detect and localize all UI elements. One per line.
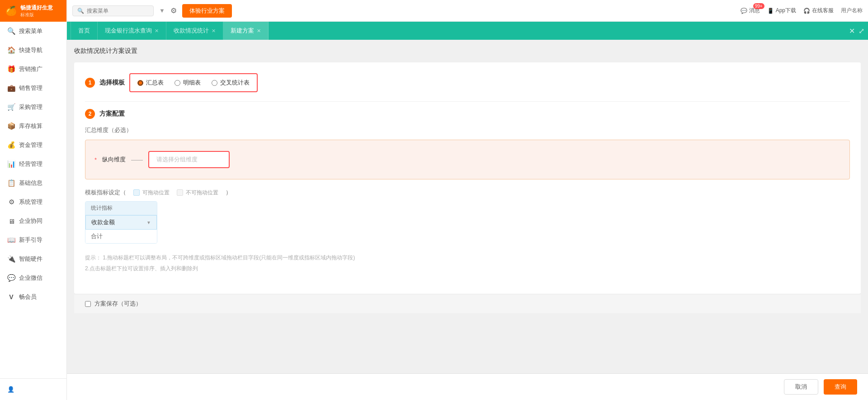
support-label: 在线客服 — [812, 7, 834, 14]
radio-cross[interactable]: 交叉统计表 — [212, 79, 250, 87]
step2-title: 方案配置 — [99, 110, 125, 118]
dimension-row: * 纵向维度 —— 请选择分组维度 — [94, 151, 840, 168]
step1-title: 选择模板 — [99, 79, 125, 87]
close-window-icon[interactable]: ✕ — [849, 27, 855, 35]
doc-icon: 📋 — [7, 179, 15, 187]
tab-bank-flow-close-icon[interactable]: ✕ — [155, 28, 159, 34]
sidebar-item-marketing[interactable]: 🎁 营销推广 — [0, 60, 66, 79]
sidebar-item-quick-nav[interactable]: 🏠 快捷导航 — [0, 41, 66, 60]
tips-area: 提示： 1.拖动标题栏可以调整布局，不可跨维度或指标区域拖动栏目字段(只能在同一… — [85, 252, 850, 274]
search-box[interactable]: 🔍 — [72, 5, 154, 16]
dimension-placeholder: 请选择分组维度 — [156, 156, 198, 163]
indicator-tag-amount[interactable]: 收款金额 ▼ — [85, 215, 157, 230]
search-input[interactable] — [87, 8, 141, 14]
step2-header: 2 方案配置 — [85, 109, 850, 119]
avatar-icon: 👤 — [7, 386, 14, 393]
cart-icon: 🛒 — [7, 103, 15, 111]
radio-detail[interactable]: 明细表 — [175, 79, 201, 87]
message-icon: 💬 — [741, 8, 747, 14]
message-badge: 99+ — [753, 3, 764, 9]
tab-new-plan[interactable]: 新建方案 ✕ — [223, 22, 269, 40]
indicator-label: 模板指标设定（ 可拖动位置 不可拖动位置 ） — [85, 188, 850, 197]
main-card: 1 选择模板 汇总表 明细表 交叉统计表 — [74, 62, 861, 294]
sidebar-item-system[interactable]: ⚙ 系统管理 — [0, 193, 66, 212]
tab-bank-flow[interactable]: 现金银行流水查询 ✕ — [98, 22, 166, 40]
tab-receipts-stat[interactable]: 收款情况统计 ✕ — [166, 22, 223, 40]
template-selector: 汇总表 明细表 交叉统计表 — [129, 73, 258, 92]
step1-header: 1 选择模板 汇总表 明细表 交叉统计表 — [85, 73, 850, 92]
sidebar-item-label: 搜索菜单 — [19, 27, 42, 35]
search-menu-icon: 🔍 — [7, 27, 15, 35]
tab-bank-flow-label: 现金银行流水查询 — [105, 27, 152, 35]
sidebar-item-corp-collab[interactable]: 🖥 企业协同 — [0, 212, 66, 231]
support-button[interactable]: 🎧 在线客服 — [803, 7, 834, 14]
sidebar-avatar-left[interactable]: 👤 — [0, 382, 66, 396]
download-label: App下载 — [776, 7, 796, 14]
sidebar-item-basic-info[interactable]: 📋 基础信息 — [0, 174, 66, 193]
message-button[interactable]: 💬 消息 99+ — [741, 7, 760, 14]
save-plan-checkbox[interactable] — [85, 301, 91, 307]
required-mark: * — [94, 156, 97, 163]
action-bar: 取消 查询 — [67, 373, 868, 400]
logo-text: 畅捷通好生意 — [20, 4, 53, 12]
indicator-row-total: 合计 — [85, 230, 157, 243]
plan-config: 汇总维度（必选） * 纵向维度 —— 请选择分组维度 — [85, 126, 850, 274]
tab-new-plan-close-icon[interactable]: ✕ — [257, 28, 261, 34]
trial-button[interactable]: 体验行业方案 — [182, 4, 232, 18]
box-icon: 📦 — [7, 122, 15, 130]
chevron-down-icon: ▼ — [146, 220, 151, 225]
app-download-button[interactable]: 📱 App下载 — [767, 7, 796, 14]
headset-icon: 🎧 — [803, 8, 810, 14]
radio-summary-input[interactable] — [137, 80, 143, 86]
dropdown-arrow-icon[interactable]: ▼ — [159, 7, 165, 14]
legend-draggable: 可拖动位置 — [133, 189, 170, 197]
cancel-button[interactable]: 取消 — [784, 379, 818, 395]
finance-icon: 💰 — [7, 141, 15, 149]
sidebar-item-search-menu[interactable]: 🔍 搜索菜单 — [0, 22, 66, 41]
settings-icon[interactable]: ⚙ — [170, 6, 177, 15]
query-button[interactable]: 查询 — [824, 379, 857, 395]
sidebar-item-sales[interactable]: 💼 销售管理 — [0, 79, 66, 98]
sidebar-bottom: 👤 — [0, 378, 66, 400]
search-icon: 🔍 — [77, 8, 84, 14]
tabbar-window-controls: ✕ ⤢ — [849, 27, 864, 35]
sidebar-item-label: 资金管理 — [19, 141, 42, 149]
monitor-icon: 🖥 — [7, 217, 15, 225]
page-title: 收款情况统计方案设置 — [74, 47, 861, 55]
step2-number: 2 — [85, 109, 95, 119]
radio-cross-label: 交叉统计表 — [220, 79, 250, 87]
radio-summary[interactable]: 汇总表 — [137, 79, 164, 87]
main-area: 🔍 ▼ ⚙ 体验行业方案 💬 消息 99+ 📱 App下载 🎧 在线客服 用户名… — [67, 0, 868, 400]
sidebar-item-finance[interactable]: 💰 资金管理 — [0, 136, 66, 155]
member-icon: V — [7, 293, 15, 301]
sidebar-item-smart-hw[interactable]: 🔌 智能硬件 — [0, 249, 66, 268]
sidebar-item-member[interactable]: V 畅会员 — [0, 287, 66, 306]
radio-detail-input[interactable] — [175, 80, 180, 86]
indicator-table-header: 统计指标 — [85, 202, 157, 215]
sidebar-item-purchase[interactable]: 🛒 采购管理 — [0, 98, 66, 117]
not-draggable-dot — [177, 189, 183, 196]
tab-home[interactable]: 首页 — [71, 22, 98, 40]
sidebar-item-label: 采购管理 — [19, 103, 42, 111]
dimension-title: 汇总维度（必选） — [85, 126, 850, 134]
radio-cross-input[interactable] — [212, 80, 217, 86]
tab-receipts-stat-close-icon[interactable]: ✕ — [212, 28, 216, 34]
sidebar-item-inventory[interactable]: 📦 库存核算 — [0, 117, 66, 136]
legend-not-draggable: 不可拖动位置 — [177, 189, 218, 197]
sidebar: 🍊 畅捷通好生意 标准版 🔍 搜索菜单 🏠 快捷导航 🎁 营销推广 💼 销售管理… — [0, 0, 67, 400]
tip-1: 提示： 1.拖动标题栏可以调整布局，不可跨维度或指标区域拖动栏目字段(只能在同一… — [85, 252, 850, 263]
sidebar-item-operations[interactable]: 📊 经营管理 — [0, 155, 66, 174]
dimension-area: * 纵向维度 —— 请选择分组维度 — [85, 140, 850, 179]
save-plan-label: 方案保存（可选） — [94, 300, 142, 308]
page-content: 收款情况统计方案设置 1 选择模板 汇总表 明细表 — [67, 40, 868, 373]
dimension-selector[interactable]: 请选择分组维度 — [148, 151, 230, 168]
draggable-dot — [133, 189, 140, 196]
sidebar-item-label: 企业微信 — [19, 274, 42, 282]
logo-icon: 🍊 — [5, 5, 17, 16]
chat-icon: 💬 — [7, 274, 15, 282]
topbar-right: 💬 消息 99+ 📱 App下载 🎧 在线客服 用户名称 — [741, 7, 863, 14]
sidebar-item-new-guide[interactable]: 📖 新手引导 — [0, 231, 66, 249]
sidebar-item-corp-wechat[interactable]: 💬 企业微信 — [0, 268, 66, 287]
download-icon: 📱 — [767, 8, 774, 14]
maximize-window-icon[interactable]: ⤢ — [859, 27, 864, 35]
